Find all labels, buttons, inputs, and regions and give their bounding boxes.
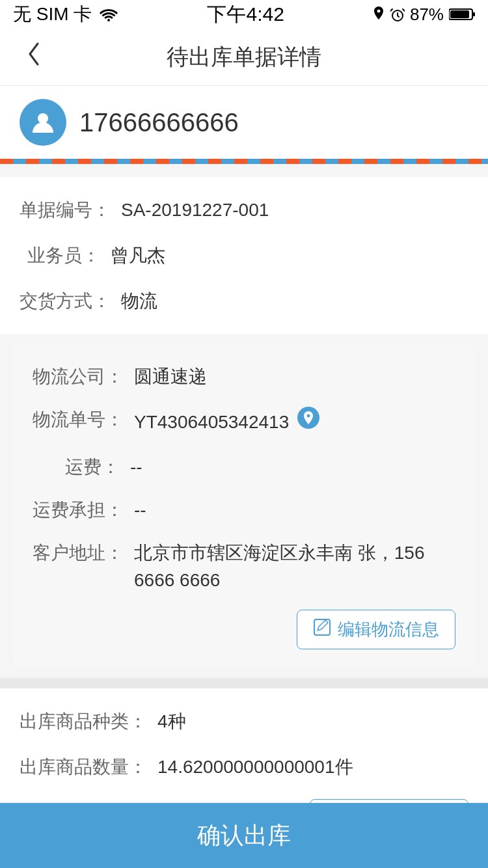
confirm-button-text: 确认出库 (197, 820, 291, 852)
battery-icon (449, 8, 475, 21)
product-quantity-value: 14.620000000000001件 (157, 753, 468, 781)
content-area: 17666666666 单据编号： SA-20191227-001 业务员： 曾… (0, 86, 488, 868)
document-number-value: SA-20191227-001 (121, 197, 468, 224)
dashed-separator (0, 159, 488, 164)
nav-bar: 待出库单据详情 (0, 29, 488, 86)
edit-btn-row: 编辑物流信息 (33, 610, 455, 649)
logistics-card: 物流公司： 圆通速递 物流单号： YT4306405342413 运费： -- (13, 345, 475, 668)
avatar (20, 99, 66, 146)
customer-address-value: 北京市市辖区海淀区永丰南 张，156 6666 6666 (134, 539, 455, 594)
freight-value: -- (130, 454, 455, 481)
logistics-number-value: YT4306405342413 (134, 406, 455, 438)
logistics-company-value: 圆通速递 (134, 363, 455, 390)
freight-bearer-value: -- (134, 496, 455, 524)
status-left: 无 SIM 卡 (13, 2, 119, 27)
product-quantity-row: 出库商品数量： 14.620000000000001件 (20, 753, 468, 781)
status-bar: 无 SIM 卡 下午4:42 87% (0, 0, 488, 29)
customer-phone: 17666666666 (79, 108, 239, 137)
product-quantity-label: 出库商品数量： (20, 753, 157, 781)
logistics-number-text: YT4306405342413 (134, 409, 289, 436)
logistics-number-row: 物流单号： YT4306405342413 (33, 406, 455, 438)
location-status-icon (372, 7, 385, 22)
product-type-label: 出库商品种类： (20, 708, 157, 735)
page-title: 待出库单据详情 (167, 42, 321, 72)
status-right: 87% (372, 5, 475, 25)
freight-bearer-row: 运费承担： -- (33, 496, 455, 524)
customer-header: 17666666666 (0, 86, 488, 159)
wifi-icon (98, 7, 119, 21)
document-number-label: 单据编号： (20, 197, 121, 224)
carrier-text: 无 SIM 卡 (13, 2, 92, 27)
basic-info-section: 单据编号： SA-20191227-001 业务员： 曾凡杰 交货方式： 物流 (0, 177, 488, 334)
customer-address-label: 客户地址： (33, 539, 134, 567)
edit-logistics-button[interactable]: 编辑物流信息 (297, 610, 455, 649)
logistics-company-label: 物流公司： (33, 363, 134, 390)
customer-address-row: 客户地址： 北京市市辖区海淀区永丰南 张，156 6666 6666 (33, 539, 455, 594)
confirm-button[interactable]: 确认出库 (0, 803, 488, 868)
salesperson-value: 曾凡杰 (111, 242, 468, 269)
back-button[interactable] (20, 34, 48, 79)
edit-logistics-label: 编辑物流信息 (338, 618, 439, 641)
freight-bearer-label: 运费承担： (33, 496, 134, 524)
salesperson-label: 业务员： (20, 242, 111, 269)
product-type-value: 4种 (157, 708, 468, 735)
document-number-row: 单据编号： SA-20191227-001 (20, 197, 468, 224)
svg-point-4 (38, 113, 48, 124)
person-icon (29, 108, 57, 137)
product-type-row: 出库商品种类： 4种 (20, 708, 468, 735)
battery-text: 87% (410, 5, 444, 25)
logistics-number-label: 物流单号： (33, 406, 134, 433)
freight-row: 运费： -- (33, 454, 455, 481)
svg-rect-2 (472, 12, 475, 16)
delivery-method-label: 交货方式： (20, 288, 121, 315)
status-time: 下午4:42 (207, 1, 284, 28)
section-divider (0, 678, 488, 688)
svg-rect-3 (450, 10, 469, 18)
edit-icon (313, 618, 331, 641)
freight-label: 运费： (33, 454, 130, 481)
logistics-company-row: 物流公司： 圆通速递 (33, 363, 455, 390)
delivery-method-row: 交货方式： 物流 (20, 288, 468, 315)
alarm-status-icon (390, 7, 405, 22)
salesperson-row: 业务员： 曾凡杰 (20, 242, 468, 269)
track-location-icon[interactable] (297, 406, 320, 438)
delivery-method-value: 物流 (121, 288, 468, 315)
